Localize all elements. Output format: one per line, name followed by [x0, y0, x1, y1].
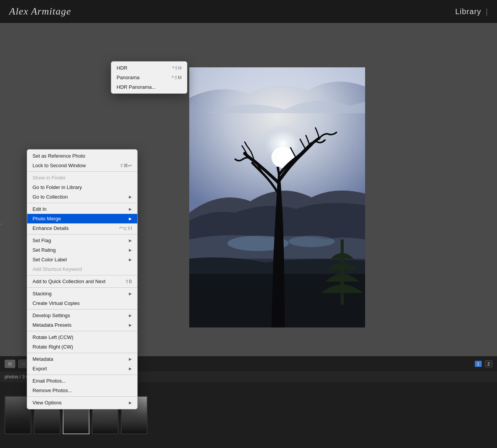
menu-set-rating[interactable]: Set Rating ▶ — [27, 245, 137, 255]
context-menu: Set as Reference Photo Lock to Second Wi… — [27, 149, 138, 409]
menu-rotate-right[interactable]: Rotate Right (CW) — [27, 342, 137, 352]
menu-rotate-left-label: Rotate Left (CCW) — [32, 334, 73, 340]
menu-view-options-label: View Options — [32, 400, 62, 406]
submenu-panorama[interactable]: Panorama ^⇧M — [111, 73, 187, 82]
menu-metadata-label: Metadata — [32, 356, 53, 362]
stacking-arrow-icon: ▶ — [129, 292, 132, 296]
menu-lock-shortcut: ⇧⌘↩ — [120, 163, 132, 168]
separator-9 — [27, 375, 137, 375]
collection-arrow-icon: ▶ — [129, 195, 132, 199]
module-divider: | — [486, 7, 488, 16]
menu-email-photos-label: Email Photos... — [32, 378, 66, 384]
photo-merge-submenu: HDR ^⇧H Panorama ^⇧M HDR Panorama... — [111, 61, 187, 94]
header-right: Library | — [455, 7, 488, 16]
menu-show-finder: Show in Finder — [27, 173, 137, 182]
menu-edit-in[interactable]: Edit In ▶ — [27, 204, 137, 214]
page-1-indicator[interactable]: 1 — [475, 361, 482, 367]
menu-add-shortcut-keyword-label: Add Shortcut Keyword — [32, 266, 82, 272]
menu-export[interactable]: Export ▶ — [27, 364, 137, 373]
menu-go-to-collection-label: Go to Collection — [32, 194, 68, 200]
menu-enhance-details[interactable]: Enhance Details ^⌥⇧I — [27, 223, 137, 233]
menu-create-virtual-copies[interactable]: Create Virtual Copies — [27, 298, 137, 308]
set-flag-arrow-icon: ▶ — [129, 238, 132, 243]
separator-5 — [27, 287, 137, 288]
menu-stacking-label: Stacking — [32, 291, 52, 296]
menu-email-photos[interactable]: Email Photos... — [27, 376, 137, 386]
menu-metadata-presets-label: Metadata Presets — [32, 322, 71, 328]
menu-stacking[interactable]: Stacking ▶ — [27, 289, 137, 298]
menu-set-color-label[interactable]: Set Color Label ▶ — [27, 255, 137, 264]
menu-photo-merge-label: Photo Merge — [32, 216, 61, 222]
svg-point-4 — [277, 152, 289, 163]
menu-develop-settings[interactable]: Develop Settings ▶ — [27, 311, 137, 320]
submenu-hdr-label: HDR — [117, 65, 127, 71]
quick-collection-shortcut: ⇧B — [125, 279, 132, 284]
menu-photo-merge[interactable]: Photo Merge ▶ — [27, 214, 137, 223]
menu-add-shortcut-keyword: Add Shortcut Keyword — [27, 264, 137, 274]
menu-set-reference-label: Set as Reference Photo — [32, 153, 85, 159]
menu-remove-photos[interactable]: Remove Photos... — [27, 386, 137, 395]
menu-rotate-left[interactable]: Rotate Left (CCW) — [27, 332, 137, 342]
separator-6 — [27, 309, 137, 310]
separator-8 — [27, 353, 137, 353]
menu-edit-in-label: Edit In — [32, 206, 47, 212]
submenu-panorama-label: Panorama — [117, 75, 140, 80]
menu-export-label: Export — [32, 366, 47, 371]
submenu-hdr[interactable]: HDR ^⇧H — [111, 63, 187, 73]
develop-settings-arrow-icon: ▶ — [129, 313, 132, 318]
menu-view-options[interactable]: View Options ▶ — [27, 398, 137, 407]
metadata-arrow-icon: ▶ — [129, 357, 132, 361]
menu-rotate-right-label: Rotate Right (CW) — [32, 344, 73, 350]
menu-go-to-collection[interactable]: Go to Collection ▶ — [27, 192, 137, 202]
menu-lock-second-window-label: Lock to Second Window — [32, 163, 86, 168]
menu-add-quick-collection[interactable]: Add to Quick Collection and Next ⇧B — [27, 277, 137, 286]
menu-enhance-details-label: Enhance Details — [32, 225, 69, 231]
separator-2 — [27, 203, 137, 203]
menu-set-flag[interactable]: Set Flag ▶ — [27, 236, 137, 245]
page-2-indicator[interactable]: 2 — [485, 360, 492, 367]
separator-7 — [27, 331, 137, 331]
metadata-presets-arrow-icon: ▶ — [129, 323, 132, 327]
view-options-arrow-icon: ▶ — [129, 401, 132, 405]
left-panel-arrow-icon: ‹ — [1, 222, 2, 227]
photo-merge-arrow-icon: ▶ — [129, 217, 132, 221]
app-logo: Alex Armitage — [9, 6, 71, 17]
separator-3 — [27, 234, 137, 235]
menu-create-virtual-copies-label: Create Virtual Copies — [32, 300, 80, 306]
panorama-shortcut: ^⇧M — [172, 75, 182, 80]
main-photo — [189, 67, 365, 327]
separator-4 — [27, 275, 137, 275]
export-arrow-icon: ▶ — [129, 367, 132, 371]
menu-lock-second-window[interactable]: Lock to Second Window ⇧⌘↩ — [27, 161, 137, 170]
menu-set-rating-label: Set Rating — [32, 247, 56, 253]
menu-remove-photos-label: Remove Photos... — [32, 388, 72, 393]
menu-develop-settings-label: Develop Settings — [32, 313, 70, 318]
menu-set-color-label-label: Set Color Label — [32, 257, 67, 262]
svg-point-6 — [289, 236, 335, 247]
menu-show-finder-label: Show in Finder — [32, 175, 66, 181]
header: Alex Armitage Library | — [0, 0, 497, 23]
edit-in-arrow-icon: ▶ — [129, 207, 132, 211]
separator-10 — [27, 396, 137, 397]
set-color-arrow-icon: ▶ — [129, 257, 132, 262]
separator-1 — [27, 171, 137, 172]
menu-metadata-presets[interactable]: Metadata Presets ▶ — [27, 320, 137, 330]
enhance-details-shortcut: ^⌥⇧I — [119, 226, 132, 231]
set-rating-arrow-icon: ▶ — [129, 248, 132, 252]
menu-go-to-folder[interactable]: Go to Folder in Library — [27, 182, 137, 192]
menu-set-flag-label: Set Flag — [32, 238, 51, 243]
menu-go-to-folder-label: Go to Folder in Library — [32, 184, 82, 190]
menu-add-quick-collection-label: Add to Quick Collection and Next — [32, 279, 106, 284]
submenu-hdr-panorama-label: HDR Panorama... — [117, 84, 156, 90]
menu-set-reference[interactable]: Set as Reference Photo — [27, 151, 137, 161]
submenu-hdr-panorama[interactable]: HDR Panorama... — [111, 82, 187, 92]
module-label[interactable]: Library — [455, 7, 481, 16]
grid-view-button[interactable]: ⊞ — [5, 360, 15, 368]
menu-metadata[interactable]: Metadata ▶ — [27, 354, 137, 364]
hdr-shortcut: ^⇧H — [172, 65, 182, 71]
